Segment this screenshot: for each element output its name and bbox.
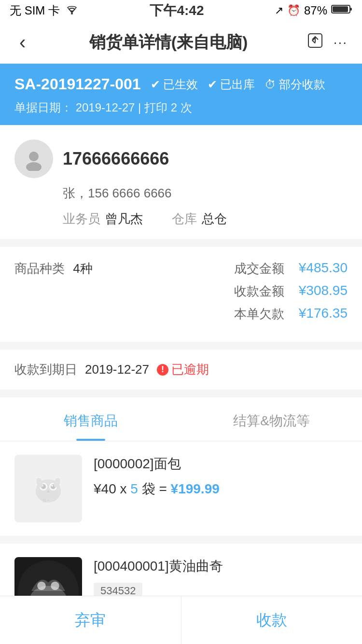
nav-bar: ‹ 销货单详情(来自电脑) ···: [0, 21, 362, 64]
summary-left: 商品种类 4种: [14, 260, 93, 277]
wifi-icon: [65, 4, 79, 17]
order-id: SA-20191227-001: [14, 75, 141, 93]
summary-section: 商品种类 4种 成交金额 ¥485.30 收款金额 ¥308.95 本单欠款 ¥…: [0, 247, 362, 342]
nav-icons: ···: [306, 32, 348, 53]
carrier-text: 无 SIM 卡: [10, 3, 60, 18]
header-order-row: SA-20191227-001 ✔ 已生效 ✔ 已出库 ⏱ 部分收款: [14, 75, 348, 93]
status-bar: 无 SIM 卡 下午4:42 ↗ ⏰ 87%: [0, 0, 362, 21]
svg-rect-2: [333, 6, 348, 12]
overdue-dot-icon: !: [157, 364, 168, 376]
customer-meta: 业务员 曾凡杰 仓库 总仓: [63, 210, 348, 227]
summary-right: 成交金额 ¥485.30 收款金额 ¥308.95 本单欠款 ¥176.35: [234, 260, 348, 328]
svg-point-21: [37, 582, 46, 590]
customer-phone: 17666666666: [63, 149, 169, 169]
check-active-icon: ✔: [151, 78, 160, 91]
tab-settlement[interactable]: 结算&物流等: [181, 397, 362, 441]
status-shipped: ✔ 已出库: [208, 77, 255, 92]
svg-rect-3: [350, 8, 352, 11]
collect-payment-button[interactable]: 收款: [181, 596, 362, 644]
page-title: 销货单详情(来自电脑): [89, 31, 248, 54]
product-price-row-1: ¥40 x 5 袋 = ¥199.99: [94, 480, 348, 498]
tabs-section: 销售商品 结算&物流等: [0, 397, 362, 441]
tab-sales-products[interactable]: 销售商品: [0, 397, 181, 441]
warehouse-meta: 仓库 总仓: [172, 210, 227, 227]
svg-text:鲁+: 鲁+: [42, 498, 49, 503]
alarm-icon: ⏰: [287, 4, 300, 17]
customer-name-phone: 张，156 6666 6666: [63, 185, 348, 202]
cancel-review-button[interactable]: 弃审: [0, 596, 181, 644]
svg-point-14: [51, 485, 53, 487]
check-shipped-icon: ✔: [208, 78, 217, 91]
header-block: SA-20191227-001 ✔ 已生效 ✔ 已出库 ⏱ 部分收款 单据日期：…: [0, 64, 362, 125]
status-left: 无 SIM 卡: [10, 3, 79, 18]
overdue-badge: ! 已逾期: [157, 361, 209, 378]
status-time: 下午4:42: [150, 1, 204, 20]
svg-point-22: [51, 582, 59, 590]
avatar: [14, 140, 53, 178]
svg-point-7: [26, 162, 42, 171]
customer-section: 17666666666 张，156 6666 6666 业务员 曾凡杰 仓库 总…: [0, 125, 362, 239]
product-info-1: [0000002]面包 ¥40 x 5 袋 = ¥199.99: [94, 455, 348, 498]
back-button[interactable]: ‹: [14, 27, 30, 58]
status-partial: ⏱ 部分收款: [265, 77, 325, 92]
table-row: 鲁+ [0000002]面包 ¥40 x 5 袋 = ¥199.99: [0, 441, 362, 536]
more-icon[interactable]: ···: [334, 35, 348, 50]
sales-meta: 业务员 曾凡杰: [63, 210, 143, 227]
due-section: 收款到期日 2019-12-27 ! 已逾期: [0, 350, 362, 390]
owe-row: 本单欠款 ¥176.35: [234, 306, 348, 322]
customer-row: 17666666666: [14, 140, 348, 178]
status-right: ↗ ⏰ 87%: [275, 4, 352, 17]
deal-row: 成交金额 ¥485.30: [234, 260, 348, 277]
clock-icon: ⏱: [265, 78, 276, 91]
received-row: 收款金额 ¥308.95: [234, 283, 348, 300]
location-icon: ↗: [275, 4, 283, 17]
product-name-2: [000400001]黄油曲奇: [94, 557, 348, 575]
svg-point-0: [71, 13, 73, 14]
battery-text: 87%: [304, 4, 327, 17]
share-icon[interactable]: [306, 32, 324, 53]
bottom-bar: 弃审 收款: [0, 596, 362, 644]
battery-icon: [331, 4, 352, 17]
product-name-1: [0000002]面包: [94, 455, 348, 473]
status-active: ✔ 已生效: [151, 77, 198, 92]
header-date: 单据日期： 2019-12-27 | 打印 2 次: [14, 100, 348, 115]
product-image-1: 鲁+: [14, 455, 82, 522]
svg-point-6: [29, 152, 39, 161]
